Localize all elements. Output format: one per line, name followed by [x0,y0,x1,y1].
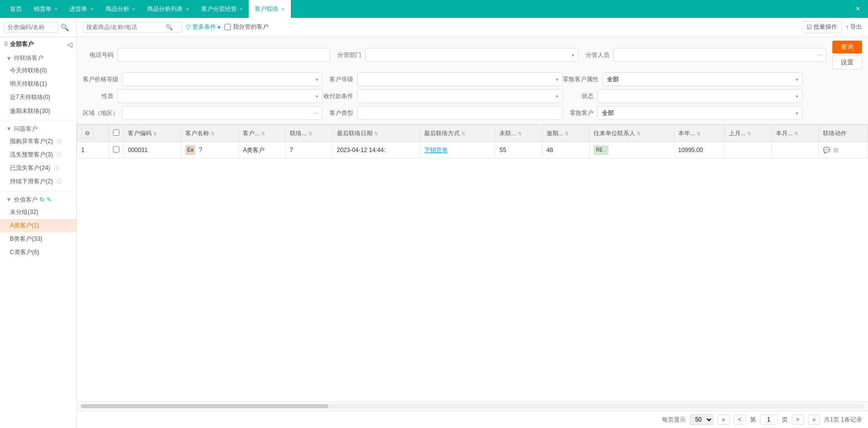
col-actions: 联络动作 [818,125,868,142]
col-last-month: 上月... ⇅ [725,125,772,142]
row-contact-person: RE . [589,142,674,159]
filter-manager-input[interactable]: ··· [613,48,826,62]
chat-icon[interactable]: 💬 [823,147,830,154]
sort-method-icon[interactable]: ⇅ [461,131,465,136]
nav-sales[interactable]: 销货单 × [28,0,63,18]
sidebar-all-customers[interactable]: ⠿ 全部客户 ◁ [0,37,76,52]
toolbar-search-input[interactable] [86,24,165,31]
nav-product-analysis[interactable]: 商品分析 × [100,0,141,18]
prev-page-button[interactable]: < [734,415,746,425]
filter-nature-select[interactable]: ▾ [117,89,323,103]
nav-purchase-close[interactable]: × [90,6,93,12]
filter-payment-select[interactable]: ▾ [357,89,562,103]
nav-customer-contact[interactable]: 客户联络 × [249,0,290,18]
sidebar-item-overdue[interactable]: 逾期未联络(30) [0,105,76,118]
nav-product-analysis-list[interactable]: 商品分析列表 × [141,0,195,18]
sort-uncontacted-icon[interactable]: ⇅ [518,131,522,136]
nav-customer-segment-close[interactable]: × [240,6,243,12]
sidebar-collapse-icon[interactable]: ◁ [67,41,72,49]
my-customer-checkbox[interactable] [224,24,231,30]
sort-date-icon[interactable]: ⇅ [374,131,378,136]
export-icon: ↑ [846,24,849,31]
filter-more-button[interactable]: ▽ 更多条件 ▾ [186,23,220,31]
horizontal-scrollbar [77,401,868,411]
sidebar-item-b-class[interactable]: B类客户(33) [0,232,76,246]
last-page-button[interactable]: » [808,415,820,425]
row-last-date: 2023-04-12 14:44: [332,142,420,159]
sidebar-item-7day-pending[interactable]: 近7天待联络(0) [0,91,76,104]
filter-retail-customer-label: 零散客户 [563,109,597,117]
filter-phone-label: 电话号码 [83,51,117,59]
toolbar-search-icon[interactable]: 🔍 [165,24,173,31]
nav-customer-contact-close[interactable]: × [281,6,284,12]
filter-manager-dots[interactable]: ··· [817,52,822,58]
sidebar-item-a-class[interactable]: A类客户(1) [0,219,76,232]
filter-phone-input[interactable] [117,48,330,62]
sidebar-item-abnormal[interactable]: 囤购异常客户(2) ⓘ [0,135,76,148]
next-page-button[interactable]: > [792,415,804,425]
export-button[interactable]: ↑ 导出 [846,23,862,31]
filter-customer-level-select[interactable]: ▾ [357,72,562,86]
value-group-edit[interactable]: ✎ [47,196,52,203]
filter-region: 区域（地区） ··· [83,106,323,120]
col-this-month: 本月... ⇅ [771,125,818,142]
nav-home[interactable]: 首页 [4,0,28,18]
sort-lastmonth-icon[interactable]: ⇅ [747,131,751,136]
filter-retail-attr-select[interactable]: 全部 ▾ [602,72,803,86]
filter-nature-chevron: ▾ [316,94,318,99]
page-size-select[interactable]: 50 [690,414,713,425]
nav-purchase[interactable]: 进货单 × [63,0,99,18]
nav-product-analysis-close[interactable]: × [132,6,135,12]
batch-operation-button[interactable]: ☑ 批量操作 [802,21,842,33]
sort-overdue-icon[interactable]: ⇅ [565,131,569,136]
my-customer-checkbox-area[interactable]: 我分管的客户 [224,23,269,31]
sidebar-search-input[interactable] [4,22,58,33]
page-number-input[interactable] [760,415,778,425]
nav-sales-close[interactable]: × [54,6,57,12]
last-method-link[interactable]: 下销货单 [424,147,448,154]
sidebar-item-churn-warning[interactable]: 流失预警客户(3) ⓘ [0,148,76,161]
info-icon-2: ⓘ [56,152,62,158]
filter-customer-type-input[interactable] [357,106,562,120]
sort-thismonth-icon[interactable]: ⇅ [794,131,798,136]
filter-manager: 分管人员 ··· [579,48,826,62]
sort-year-icon[interactable]: ⇅ [697,131,701,136]
nav-product-analysis-list-close[interactable]: × [186,6,189,12]
select-all-checkbox[interactable] [113,129,119,136]
scrollbar-thumb[interactable] [81,404,328,408]
content-area: 🔍 ▽ 更多条件 ▾ 我分管的客户 ☑ 批量操作 ↑ 导出 [77,18,868,428]
sidebar-group-pending: ▼ 待联络客户 [0,52,76,64]
query-button[interactable]: 查询 [832,41,862,54]
sidebar-item-today-pending[interactable]: 今天待联络(0) [0,64,76,77]
first-page-button[interactable]: « [717,415,730,425]
filter-retail-customer-select[interactable]: 全部 ▾ [597,106,803,120]
sort-code-icon[interactable]: ⇅ [153,131,157,136]
sidebar-item-ungroup[interactable]: 未分组(32) [0,206,76,219]
sort-contact-icon[interactable]: ⇅ [308,131,312,136]
window-close-button[interactable]: × [852,4,864,13]
value-group-refresh[interactable]: ↻ [40,196,45,203]
sidebar-group-problem: ▼ 问题客户 [0,122,76,135]
qr-icon[interactable]: ⊞ [833,147,838,154]
sort-type-icon[interactable]: ⇅ [261,131,265,136]
sidebar-item-churned[interactable]: 已流失客户(24) ⓘ [0,161,76,175]
filter-region-dots[interactable]: ··· [313,109,318,116]
filter-row-4: 区域（地区） ··· 客户类型 零散客户 全部 ▾ [83,106,862,120]
toolbar: 🔍 ▽ 更多条件 ▾ 我分管的客户 ☑ 批量操作 ↑ 导出 [77,18,868,37]
sidebar-item-declining[interactable]: 持续下滑客户(2) ⓘ [0,175,76,188]
filter-region-select[interactable]: ··· [122,106,323,120]
sort-name-icon[interactable]: ⇅ [211,131,215,136]
sidebar-search-icon[interactable]: 🔍 [60,23,69,31]
sidebar-item-c-class[interactable]: C类客户(6) [0,246,76,259]
export-label: 导出 [850,23,862,31]
filter-phone: 电话号码 [83,48,330,62]
filter-price-level-select[interactable]: ▾ [122,72,323,86]
row-checkbox[interactable] [113,146,119,153]
setting-button[interactable]: 设置 [832,55,862,69]
filter-dept-select[interactable]: ▾ [365,48,578,62]
filter-status-select[interactable]: ▾ [597,89,803,103]
nav-customer-segment[interactable]: 客户分层经营 × [195,0,249,18]
column-settings-button[interactable]: ⚙ [81,128,94,139]
sort-person-icon[interactable]: ⇅ [637,131,641,136]
sidebar-item-tomorrow-pending[interactable]: 明天待联络(1) [0,77,76,91]
